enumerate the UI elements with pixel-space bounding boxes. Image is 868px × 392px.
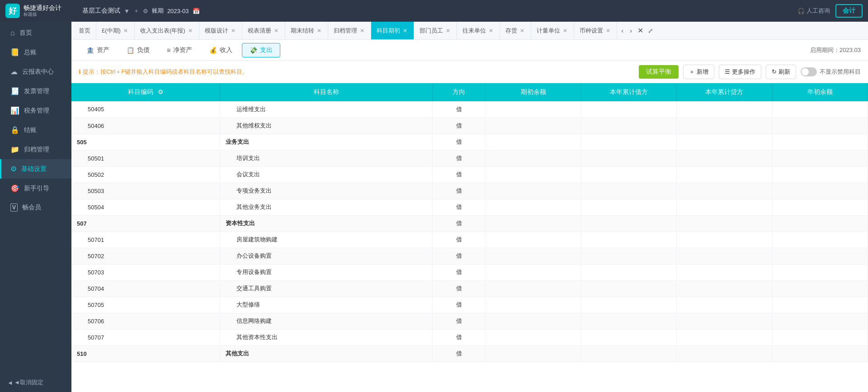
sidebar-label-home: 首页: [19, 29, 32, 37]
cell-balance: [486, 345, 581, 362]
table-row[interactable]: 50701 房屋建筑物购建 借: [71, 231, 868, 248]
tab-currency[interactable]: 币种设置 ✕: [574, 22, 617, 40]
tab-template[interactable]: 模版设计 ✕: [199, 22, 242, 40]
table-row[interactable]: 50503 专项业务支出 借: [71, 183, 868, 199]
table-row[interactable]: 50703 专用设备购置 借: [71, 264, 868, 280]
tab-close-all-button[interactable]: ✕: [636, 24, 645, 37]
cell-balance: [486, 215, 581, 231]
tab-dept[interactable]: 部门员工 ✕: [414, 22, 457, 40]
tab-period[interactable]: £(中期) ✕: [96, 22, 135, 40]
tab-inventory-close[interactable]: ✕: [519, 27, 525, 35]
tab-template-close[interactable]: ✕: [230, 27, 236, 35]
sidebar-item-guide[interactable]: 🎯 新手引导: [0, 179, 71, 198]
sub-tab-expense[interactable]: 💸 支出: [242, 43, 280, 57]
cell-debit: [581, 101, 676, 118]
cell-dir: 借: [433, 150, 486, 166]
sidebar-item-ledger[interactable]: 📒 总账: [0, 43, 71, 62]
tab-measure[interactable]: 计量单位 ✕: [531, 22, 574, 40]
cell-year: [772, 150, 868, 166]
collapse-icon: ◄: [7, 379, 13, 386]
account-period-label: 账期: [152, 7, 164, 15]
tab-income-label: 收入支出表(年报): [140, 27, 185, 35]
th-name-label: 科目名称: [314, 88, 339, 95]
settings-icon[interactable]: ⚙: [143, 8, 148, 14]
cell-balance: [486, 150, 581, 166]
table-row[interactable]: 505 业务支出 借: [71, 134, 868, 150]
cell-code: 50502: [71, 166, 220, 183]
add-icon[interactable]: ＋: [133, 7, 139, 15]
table-row[interactable]: 510 其他支出 借: [71, 345, 868, 362]
calendar-icon[interactable]: 📅: [193, 8, 200, 14]
sub-tab-net-asset-label: 净资产: [173, 46, 192, 54]
tab-measure-close[interactable]: ✕: [562, 27, 568, 35]
th-credit-label: 本年累计贷方: [705, 88, 743, 95]
cell-year: [772, 313, 868, 329]
sidebar-item-member[interactable]: V 畅会员: [0, 198, 71, 217]
tab-currency-close[interactable]: ✕: [605, 27, 611, 35]
table-row[interactable]: 50707 其他资本性支出 借: [71, 329, 868, 345]
refresh-button[interactable]: ↻ 刷新: [766, 65, 796, 79]
th-year-label: 年初余额: [807, 88, 833, 95]
tab-subject-init-close[interactable]: ✕: [402, 27, 408, 35]
cell-debit: [581, 264, 676, 280]
table-row[interactable]: 50405 运维维支出 借: [71, 101, 868, 118]
sidebar-item-home[interactable]: ⌂ 首页: [0, 24, 71, 43]
tab-expand-button[interactable]: ⤢: [646, 25, 655, 36]
tab-tax-close[interactable]: ✕: [273, 27, 279, 35]
more-button[interactable]: ☰ 更多操作: [719, 65, 761, 79]
balance-button[interactable]: 试算平衡: [639, 65, 679, 79]
sidebar-item-report[interactable]: ☁ 云报表中心: [0, 62, 71, 81]
sub-tab-liability[interactable]: 📋 负债: [119, 43, 157, 57]
table-row[interactable]: 507 资本性支出 借: [71, 215, 868, 231]
tab-measure-label: 计量单位: [537, 27, 560, 35]
sidebar-item-settings[interactable]: ⚙ 基础设置: [0, 159, 71, 179]
sidebar-item-close[interactable]: 🔒 结账: [0, 120, 71, 140]
sub-tab-asset[interactable]: 🏦 资产: [79, 43, 117, 57]
cell-code: 50702: [71, 248, 220, 264]
table-row[interactable]: 50706 信息网络购建 借: [71, 313, 868, 329]
account-button[interactable]: 会计: [835, 4, 863, 18]
tab-archive-close[interactable]: ✕: [359, 27, 365, 35]
sub-tab-income[interactable]: 💰 收入: [202, 43, 240, 57]
tab-period-end-close[interactable]: ✕: [316, 27, 322, 35]
tab-home[interactable]: 首页: [73, 22, 96, 40]
tab-subject-init[interactable]: 科目期初 ✕: [371, 22, 414, 40]
table-row[interactable]: 50704 交通工具购置 借: [71, 280, 868, 297]
sidebar-label-guide: 新手引导: [24, 184, 49, 193]
help-button[interactable]: 🎧 人工咨询: [797, 7, 830, 15]
table-row[interactable]: 50501 培训支出 借: [71, 150, 868, 166]
cell-debit: [581, 215, 676, 231]
add-button[interactable]: ＋ 新增: [683, 65, 714, 79]
sidebar-item-archive[interactable]: 📁 归档管理: [0, 140, 71, 159]
cell-name: 其他资本性支出: [220, 329, 433, 345]
tab-period-close[interactable]: ✕: [123, 27, 129, 35]
cell-code: 50503: [71, 183, 220, 199]
settings-col-icon[interactable]: ⚙: [158, 88, 164, 95]
tab-period-end[interactable]: 期末结转 ✕: [285, 22, 328, 40]
disable-toggle[interactable]: [801, 67, 817, 76]
tab-dept-close[interactable]: ✕: [445, 27, 451, 35]
tab-tax[interactable]: 税表清册 ✕: [242, 22, 285, 40]
sub-tab-net-asset[interactable]: ≡ 净资产: [159, 43, 200, 57]
cell-balance: [486, 183, 581, 199]
tab-prev-button[interactable]: ‹: [619, 25, 627, 36]
main-content: 首页 £(中期) ✕ 收入支出表(年报) ✕ 模版设计 ✕ 税表清册 ✕ 期末结…: [71, 22, 868, 392]
subject-table: 科目编码 ⚙ 科目名称 方向 期初余额 本年累计借方: [71, 83, 868, 362]
tab-inventory[interactable]: 存货 ✕: [500, 22, 531, 40]
table-row[interactable]: 50702 办公设备购置 借: [71, 248, 868, 264]
tab-unit[interactable]: 往来单位 ✕: [457, 22, 500, 40]
tab-archive[interactable]: 归档管理 ✕: [328, 22, 371, 40]
cell-year: [772, 280, 868, 297]
table-row[interactable]: 50502 会议支出 借: [71, 166, 868, 183]
tab-income-close[interactable]: ✕: [187, 27, 193, 35]
sidebar-item-invoice[interactable]: 🧾 发票管理: [0, 81, 71, 101]
table-row[interactable]: 50504 其他业务支出 借: [71, 199, 868, 215]
collapse-sidebar-button[interactable]: ◄ ◄取消固定: [0, 373, 71, 392]
tab-income[interactable]: 收入支出表(年报) ✕: [135, 22, 199, 40]
sidebar-item-tax[interactable]: 📊 税务管理: [0, 101, 71, 120]
table-row[interactable]: 50705 大型修缮 借: [71, 297, 868, 313]
company-dropdown-icon[interactable]: ▼: [124, 8, 130, 14]
tab-unit-close[interactable]: ✕: [488, 27, 494, 35]
table-row[interactable]: 50406 其他维权支出 借: [71, 118, 868, 134]
tab-next-button[interactable]: ›: [627, 25, 635, 36]
